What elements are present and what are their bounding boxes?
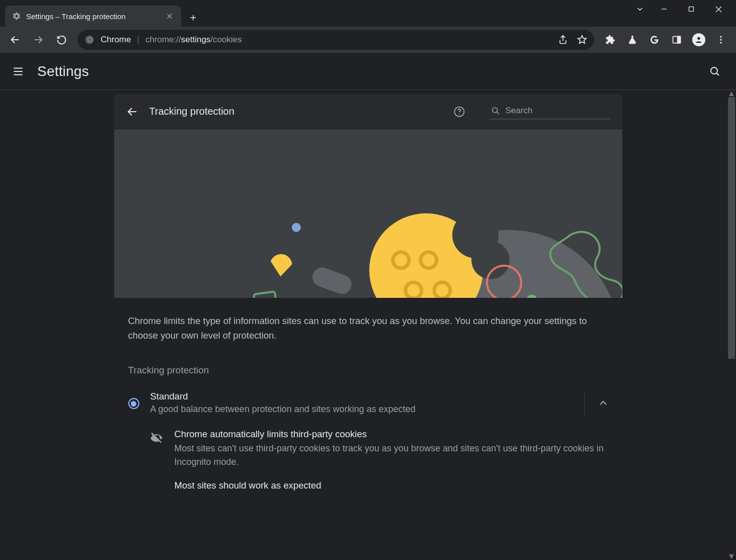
svg-point-12	[459, 114, 460, 115]
vertical-scrollbar[interactable]: ▲ ▼	[727, 90, 736, 560]
svg-point-10	[711, 67, 717, 74]
svg-rect-26	[309, 265, 354, 296]
detail-cookies-subtitle: Most sites can't use third-party cookies…	[175, 442, 608, 469]
svg-point-28	[292, 223, 301, 232]
google-shortcut-icon[interactable]	[644, 30, 665, 50]
omnibox[interactable]: Chrome | chrome://settings/cookies	[77, 30, 594, 50]
content-scroll[interactable]: Tracking protection	[0, 90, 736, 560]
omnibox-url: chrome://settings/cookies	[145, 35, 242, 45]
svg-rect-5	[678, 36, 681, 43]
settings-appbar: Settings	[0, 53, 736, 90]
section-search[interactable]	[489, 104, 610, 119]
tab-search-button[interactable]	[629, 1, 650, 17]
section-label: Tracking protection	[114, 343, 622, 376]
radio-standard[interactable]	[128, 398, 139, 409]
browser-tab-active[interactable]: Settings – Tracking protection	[5, 6, 181, 27]
svg-point-9	[720, 42, 721, 43]
option-standard-subtitle: A good balance between protection and si…	[150, 404, 568, 415]
hamburger-menu-button[interactable]	[11, 65, 25, 78]
svg-rect-27	[254, 291, 277, 298]
new-tab-button[interactable]	[184, 9, 202, 27]
chevron-up-icon	[597, 397, 609, 409]
extensions-button[interactable]	[600, 30, 620, 50]
close-tab-icon[interactable]	[165, 12, 174, 21]
gear-icon	[12, 12, 21, 21]
omnibox-separator: |	[137, 35, 139, 45]
section-header: Tracking protection	[114, 94, 622, 129]
bookmark-star-icon[interactable]	[577, 35, 587, 45]
detail-work: Most sites should work as expected	[114, 480, 622, 502]
section-title: Tracking protection	[149, 106, 234, 117]
svg-point-8	[720, 39, 721, 40]
browser-toolbar: Chrome | chrome://settings/cookies	[0, 27, 736, 53]
detail-cookies-title: Chrome automatically limits third-party …	[175, 429, 608, 440]
side-panel-button[interactable]	[667, 30, 687, 50]
svg-rect-0	[689, 7, 694, 12]
labs-button[interactable]	[622, 30, 642, 50]
detail-cookies: Chrome automatically limits third-party …	[114, 429, 622, 480]
svg-point-13	[492, 108, 497, 113]
page-title: Settings	[37, 63, 89, 79]
visibility-off-icon	[149, 431, 163, 469]
omnibox-origin-label: Chrome	[101, 35, 131, 45]
svg-point-6	[697, 37, 700, 40]
settings-search-button[interactable]	[705, 61, 725, 82]
browser-menu-button[interactable]	[711, 30, 731, 50]
chrome-icon	[85, 35, 95, 45]
hero-illustration	[114, 129, 622, 298]
search-icon	[490, 106, 501, 116]
tab-title: Settings – Tracking protection	[26, 12, 160, 21]
window-close-button[interactable]	[705, 1, 732, 17]
section-back-button[interactable]	[126, 106, 140, 118]
option-standard-row[interactable]: Standard A good balance between protecti…	[114, 376, 622, 429]
svg-point-7	[720, 36, 721, 38]
scrollbar-thumb[interactable]	[728, 97, 735, 359]
page-description: Chrome limits the type of information si…	[114, 298, 622, 343]
share-icon[interactable]	[558, 35, 568, 45]
section-search-input[interactable]	[506, 106, 609, 116]
window-maximize-button[interactable]	[678, 1, 705, 17]
profile-button[interactable]	[689, 30, 709, 50]
window-minimize-button[interactable]	[650, 1, 678, 17]
detail-work-title: Most sites should work as expected	[175, 480, 321, 491]
expand-toggle[interactable]	[584, 391, 622, 415]
window-titlebar: Settings – Tracking protection	[0, 0, 736, 27]
help-button[interactable]	[453, 106, 467, 118]
svg-point-3	[89, 39, 91, 41]
nav-back-button[interactable]	[5, 30, 25, 50]
nav-reload-button[interactable]	[51, 30, 71, 50]
nav-forward-button[interactable]	[28, 30, 48, 50]
option-standard-title: Standard	[150, 391, 568, 402]
